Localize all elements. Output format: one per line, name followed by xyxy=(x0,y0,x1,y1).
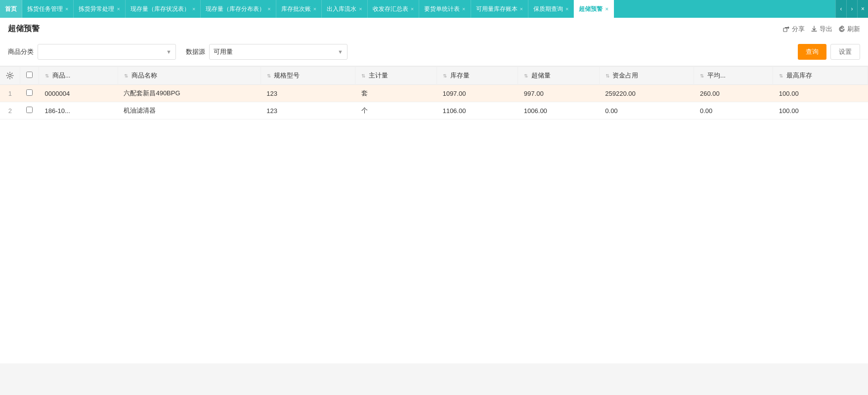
row-num: 2 xyxy=(0,102,20,119)
sort-icon: ⇅ xyxy=(124,73,128,79)
tab-close-icon[interactable]: × xyxy=(411,6,414,12)
sort-icon: ⇅ xyxy=(779,73,783,79)
spec: 123 xyxy=(260,102,355,119)
refresh-button[interactable]: 刷新 xyxy=(838,25,860,34)
tab-可用量库存账本[interactable]: 可用量库存账本 × xyxy=(471,0,528,18)
th-product-code[interactable]: ⇅ 商品... xyxy=(39,67,118,85)
table-row: 1 0000004 六配套新昌490BPG 123 套 1097.00 997.… xyxy=(0,85,868,102)
sort-icon: ⇅ xyxy=(700,73,704,79)
tab-收发存汇总表[interactable]: 收发存汇总表 × xyxy=(368,0,419,18)
table-settings-icon xyxy=(6,72,14,79)
th-unit[interactable]: ⇅ 主计量 xyxy=(355,67,436,85)
tab-close-icon[interactable]: × xyxy=(117,6,120,12)
tab-close-icon[interactable]: × xyxy=(65,6,68,12)
row-checkbox-cell[interactable] xyxy=(20,102,39,119)
data-source-filter: 数据源 可用量 ▼ xyxy=(186,44,347,60)
row-num: 1 xyxy=(0,85,20,102)
tab-拣货异常处理[interactable]: 拣货异常处理 × xyxy=(74,0,125,18)
chevron-down-icon: ▼ xyxy=(338,49,343,55)
table-header-row: ⇅ 商品... ⇅ 商品名称 ⇅ 规格型号 ⇅ 主计量 xyxy=(0,67,868,85)
nav-prev-arrow[interactable]: ‹ xyxy=(835,0,846,18)
page-title: 超储预警 xyxy=(8,24,40,34)
tab-close-icon[interactable]: × xyxy=(462,6,465,12)
avg: 0.00 xyxy=(694,102,773,119)
overflow: 1006.00 xyxy=(518,102,599,119)
max-stock: 100.00 xyxy=(773,102,868,119)
th-max-stock[interactable]: ⇅ 最高库存 xyxy=(773,67,868,85)
overflow: 997.00 xyxy=(518,85,599,102)
tab-label: 拣货异常处理 xyxy=(79,5,114,13)
th-overflow[interactable]: ⇅ 超储量 xyxy=(518,67,599,85)
tab-保质期查询[interactable]: 保质期查询 × xyxy=(528,0,574,18)
row-checkbox[interactable] xyxy=(26,89,33,96)
tab-出入库流水[interactable]: 出入库流水 × xyxy=(322,0,367,18)
sort-icon: ⇅ xyxy=(524,73,528,79)
unit: 套 xyxy=(355,85,436,102)
nav-home[interactable]: 首页 xyxy=(0,0,22,18)
nav-home-label: 首页 xyxy=(5,5,17,13)
header-actions: 分享 导出 刷新 xyxy=(783,25,860,34)
capital-occupied: 0.00 xyxy=(599,102,694,119)
export-label: 导出 xyxy=(820,25,832,34)
settings-button[interactable]: 设置 xyxy=(830,44,860,60)
select-all-checkbox[interactable] xyxy=(26,72,33,78)
share-label: 分享 xyxy=(792,25,805,34)
sort-icon: ⇅ xyxy=(443,73,447,79)
data-source-select[interactable]: 可用量 ▼ xyxy=(209,44,347,60)
stock: 1097.00 xyxy=(436,85,518,102)
share-button[interactable]: 分享 xyxy=(783,25,805,34)
refresh-icon xyxy=(838,26,845,33)
nav-end-arrows: ‹ › × xyxy=(835,0,868,18)
sort-icon: ⇅ xyxy=(267,73,271,79)
export-icon xyxy=(811,26,818,33)
tab-close-icon[interactable]: × xyxy=(605,6,608,12)
tab-label: 现存量（库存分布表） xyxy=(206,5,265,13)
tab-label: 出入库流水 xyxy=(327,5,356,13)
row-checkbox[interactable] xyxy=(26,107,33,113)
chevron-down-icon: ▼ xyxy=(166,49,172,55)
tab-label: 可用量库存账本 xyxy=(476,5,518,13)
tab-超储预警[interactable]: 超储预警 × xyxy=(574,0,613,18)
avg: 260.00 xyxy=(694,85,773,102)
data-source-label: 数据源 xyxy=(186,47,205,56)
sort-icon: ⇅ xyxy=(45,73,49,79)
tab-拣货任务管理[interactable]: 拣货任务管理 × xyxy=(22,0,74,18)
nav-close-arrow[interactable]: × xyxy=(857,0,868,18)
sort-icon: ⇅ xyxy=(606,73,609,79)
main-content: 超储预警 分享 导出 刷新 xyxy=(0,18,868,363)
th-capital[interactable]: ⇅ 资金占用 xyxy=(599,67,694,85)
tab-库存批次账[interactable]: 库存批次账 × xyxy=(276,0,322,18)
tab-label: 现存量（库存状况表） xyxy=(130,5,190,13)
tab-label: 超储预警 xyxy=(579,5,603,13)
max-stock: 100.00 xyxy=(773,85,868,102)
th-stock[interactable]: ⇅ 库存量 xyxy=(436,67,518,85)
th-settings[interactable] xyxy=(0,67,20,85)
th-avg[interactable]: ⇅ 平均... xyxy=(694,67,773,85)
data-source-value: 可用量 xyxy=(214,47,233,56)
row-checkbox-cell[interactable] xyxy=(20,85,39,102)
tab-close-icon[interactable]: × xyxy=(267,6,270,12)
tab-close-icon[interactable]: × xyxy=(313,6,316,12)
tab-close-icon[interactable]: × xyxy=(565,6,568,12)
query-button[interactable]: 查询 xyxy=(798,44,826,60)
th-checkbox[interactable] xyxy=(20,67,39,85)
share-icon xyxy=(783,26,790,33)
th-spec[interactable]: ⇅ 规格型号 xyxy=(260,67,355,85)
tab-现存量库存状况表[interactable]: 现存量（库存状况表） × xyxy=(126,0,201,18)
export-button[interactable]: 导出 xyxy=(811,25,832,34)
tab-close-icon[interactable]: × xyxy=(359,6,362,12)
product-category-filter: 商品分类 ▼ xyxy=(8,44,176,60)
filter-actions: 查询 设置 xyxy=(798,44,860,60)
tab-label: 收发存汇总表 xyxy=(373,5,408,13)
tab-label: 拣货任务管理 xyxy=(27,5,63,13)
tab-现存量库存分布表[interactable]: 现存量（库存分布表） × xyxy=(201,0,276,18)
th-product-name[interactable]: ⇅ 商品名称 xyxy=(118,67,260,85)
filter-area: 商品分类 ▼ 数据源 可用量 ▼ 查询 设置 xyxy=(0,38,868,66)
tab-close-icon[interactable]: × xyxy=(192,6,195,12)
nav-next-arrow[interactable]: › xyxy=(846,0,857,18)
product-category-select[interactable]: ▼ xyxy=(38,44,176,60)
tab-要货单统计表[interactable]: 要货单统计表 × xyxy=(419,0,471,18)
tab-label: 库存批次账 xyxy=(281,5,311,13)
tab-close-icon[interactable]: × xyxy=(520,6,523,12)
product-name: 机油滤清器 xyxy=(118,102,260,119)
